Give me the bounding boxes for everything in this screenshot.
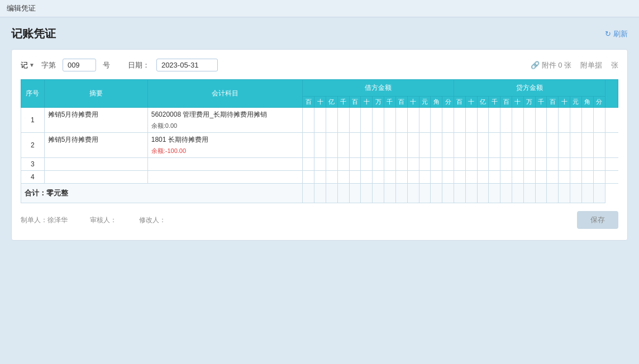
debit-digit-11 <box>431 158 442 171</box>
refresh-icon: ↻ <box>605 30 611 38</box>
dropdown-icon: ▼ <box>29 62 35 68</box>
voucher-type-select[interactable]: 记 ▼ <box>21 60 35 70</box>
attachment-link[interactable]: 🔗 附件 0 张 <box>531 60 571 70</box>
th-seq: 序号 <box>21 80 45 108</box>
refresh-button[interactable]: ↻ 刷新 <box>605 29 628 39</box>
credit-digit-6 <box>523 108 535 133</box>
credit-digit-10 <box>570 171 582 184</box>
table-row: 1摊销5月待摊费用56020008 管理费用_长期待摊费用摊销余额:0.00 <box>21 108 618 133</box>
credit-digit-2 <box>477 158 489 171</box>
debit-digit-1 <box>314 158 326 171</box>
row-seq: 2 <box>21 133 45 158</box>
debit-digit-3 <box>337 108 349 133</box>
debit-digit-1 <box>314 108 326 133</box>
row-account[interactable] <box>147 158 303 171</box>
attach-single-label: 附单据 <box>580 60 602 70</box>
total-row: 合计：零元整 <box>21 184 618 203</box>
main-content: 记账凭证 ↻ 刷新 记 ▼ 字第 号 日期： 🔗 附件 0 张 附单据 <box>0 17 639 364</box>
debit-digit-9 <box>407 108 419 133</box>
debit-digit-10 <box>419 133 431 158</box>
debit-digit-3 <box>337 171 349 184</box>
table-row: 2摊销5月待摊费用1801 长期待摊费用余额:-100.00 <box>21 133 618 158</box>
debit-digit-5 <box>361 171 373 184</box>
row-seq: 3 <box>21 158 45 171</box>
row-summary[interactable]: 摊销5月待摊费用 <box>44 133 147 158</box>
credit-digit-4 <box>500 171 512 184</box>
zhang-label: 张 <box>611 60 618 70</box>
row-seq: 4 <box>21 171 45 184</box>
debit-digit-5 <box>361 158 373 171</box>
th-summary: 摘要 <box>44 80 147 108</box>
row-summary[interactable]: 摊销5月待摊费用 <box>44 108 147 133</box>
credit-digit-10 <box>570 133 582 158</box>
debit-digit-12 <box>442 133 454 158</box>
credit-digit-5 <box>512 158 524 171</box>
debit-digit-6 <box>373 133 384 158</box>
credit-digit-11 <box>581 171 593 184</box>
date-input[interactable] <box>156 59 218 71</box>
row-account[interactable]: 56020008 管理费用_长期待摊费用摊销余额:0.00 <box>147 108 303 133</box>
debit-digit-6 <box>373 171 384 184</box>
credit-digit-10 <box>570 158 582 171</box>
row-seq: 1 <box>21 108 45 133</box>
debit-digit-5 <box>361 133 373 158</box>
debit-digit-0 <box>303 133 314 158</box>
credit-digit-0 <box>454 158 465 171</box>
debit-digit-7 <box>384 108 396 133</box>
footer-row: 制单人：徐泽华 审核人： 修改人： 保存 <box>21 211 618 229</box>
save-button[interactable]: 保存 <box>577 211 618 229</box>
voucher-table: 序号 摘要 会计科目 借方金额 贷方金额 百 十 亿 千 百 十 <box>21 79 618 203</box>
credit-digit-6 <box>523 171 535 184</box>
row-summary[interactable] <box>44 171 147 184</box>
debit-digit-12 <box>442 108 454 133</box>
row-account[interactable]: 1801 长期待摊费用余额:-100.00 <box>147 133 303 158</box>
voucher-no-input[interactable] <box>63 59 96 71</box>
credit-digit-0 <box>454 171 465 184</box>
credit-digit-1 <box>465 108 477 133</box>
credit-digit-9 <box>559 158 570 171</box>
th-debit: 借方金额 <box>303 80 454 97</box>
credit-digit-11 <box>581 133 593 158</box>
credit-digit-2 <box>477 171 489 184</box>
credit-digit-4 <box>500 108 512 133</box>
credit-digit-8 <box>547 133 559 158</box>
row-summary[interactable] <box>44 158 147 171</box>
credit-digit-2 <box>477 108 489 133</box>
attachment-area: 🔗 附件 0 张 附单据 张 <box>531 60 618 70</box>
th-credit: 贷方金额 <box>454 80 605 97</box>
credit-digit-1 <box>465 171 477 184</box>
debit-digit-9 <box>407 133 419 158</box>
credit-digit-4 <box>500 133 512 158</box>
credit-digit-7 <box>535 171 547 184</box>
row-account[interactable] <box>147 171 303 184</box>
credit-digit-3 <box>489 108 500 133</box>
credit-digit-7 <box>535 133 547 158</box>
table-row: 4 <box>21 171 618 184</box>
credit-digit-7 <box>535 158 547 171</box>
debit-digit-7 <box>384 133 396 158</box>
debit-digit-10 <box>419 108 431 133</box>
debit-digit-4 <box>349 171 361 184</box>
debit-digit-5 <box>361 108 373 133</box>
credit-digit-5 <box>512 171 524 184</box>
debit-digit-11 <box>431 133 442 158</box>
credit-digit-12 <box>593 171 605 184</box>
debit-digit-6 <box>373 108 384 133</box>
debit-digit-4 <box>349 108 361 133</box>
credit-digit-8 <box>547 108 559 133</box>
credit-digit-3 <box>489 133 500 158</box>
credit-digit-0 <box>454 108 465 133</box>
page-header: 记账凭证 ↻ 刷新 <box>11 26 628 41</box>
debit-digit-1 <box>314 133 326 158</box>
credit-digit-1 <box>465 133 477 158</box>
debit-digit-1 <box>314 171 326 184</box>
debit-digit-11 <box>431 171 442 184</box>
modifier-label: 修改人： <box>139 215 166 225</box>
th-account: 会计科目 <box>147 80 303 108</box>
credit-digit-8 <box>547 158 559 171</box>
credit-digit-2 <box>477 133 489 158</box>
voucher-card: 记 ▼ 字第 号 日期： 🔗 附件 0 张 附单据 张 <box>11 49 628 241</box>
credit-digit-5 <box>512 133 524 158</box>
credit-digit-1 <box>465 158 477 171</box>
debit-digit-6 <box>373 158 384 171</box>
